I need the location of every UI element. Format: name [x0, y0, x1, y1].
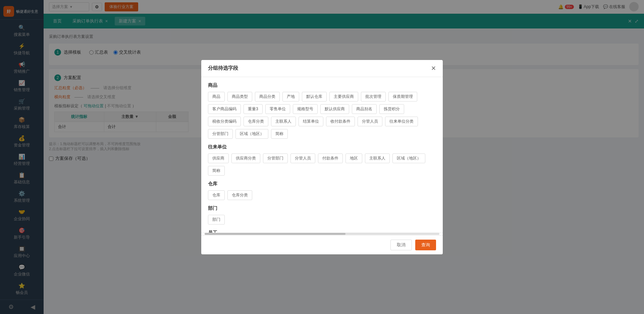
- field-select-modal: 分组待选字段 ✕ 商品 商品 商品类型 商品分类 产地 默认仓库 主要供应商 批…: [201, 60, 443, 254]
- field-group-product: 商品 商品 商品类型 商品分类 产地 默认仓库 主要供应商 批次管理 保质期管理…: [208, 82, 436, 139]
- field-tag[interactable]: 规格型号: [293, 104, 318, 114]
- field-tag[interactable]: 供应商分类: [231, 153, 260, 163]
- field-group-partner-title: 往来单位: [208, 144, 436, 150]
- field-tag[interactable]: 简称: [208, 166, 225, 176]
- cancel-button[interactable]: 取消: [390, 240, 412, 250]
- field-tag[interactable]: 默认仓库: [302, 92, 327, 102]
- field-tag[interactable]: 供应商: [208, 153, 229, 163]
- field-tag[interactable]: 批次管理: [361, 92, 386, 102]
- field-tag[interactable]: 保质期管理: [388, 92, 417, 102]
- product-fields: 商品 商品类型 商品分类 产地 默认仓库 主要供应商 批次管理 保质期管理 客户…: [208, 92, 436, 139]
- field-tag[interactable]: 分管部门: [208, 129, 233, 139]
- field-tag[interactable]: 仓库: [208, 190, 225, 200]
- field-tag[interactable]: 部门: [208, 215, 225, 225]
- hscroll-bar[interactable]: [205, 233, 439, 235]
- field-group-partner: 往来单位 供应商 供应商分类 分管部门 分管人员 付款条件 地区 主联系人 区域…: [208, 144, 436, 176]
- modal-footer: 取消 查询: [201, 235, 443, 254]
- field-tag[interactable]: 简称: [271, 129, 288, 139]
- field-group-product-title: 商品: [208, 82, 436, 88]
- field-tag[interactable]: 默认供应商: [320, 104, 349, 114]
- field-tag[interactable]: 主联系人: [365, 153, 390, 163]
- field-tag[interactable]: 税收分类编码: [208, 117, 241, 126]
- field-tag[interactable]: 付款条件: [318, 153, 343, 163]
- field-tag[interactable]: 区域（地区）: [392, 153, 425, 163]
- field-tag[interactable]: 重量3: [244, 104, 263, 114]
- field-tag[interactable]: 主要供应商: [329, 92, 358, 102]
- field-tag[interactable]: 零售单位: [265, 104, 290, 114]
- modal-hscroll: [201, 233, 443, 235]
- field-tag[interactable]: 分管人员: [358, 117, 382, 126]
- field-tag[interactable]: 区域（地区）: [235, 129, 268, 139]
- field-tag[interactable]: 分管部门: [263, 153, 288, 163]
- modal-body: 商品 商品 商品类型 商品分类 产地 默认仓库 主要供应商 批次管理 保质期管理…: [201, 77, 443, 233]
- field-tag[interactable]: 分管人员: [290, 153, 315, 163]
- hscroll-thumb[interactable]: [205, 233, 345, 235]
- partner-fields: 供应商 供应商分类 分管部门 分管人员 付款条件 地区 主联系人 区域（地区） …: [208, 153, 436, 176]
- field-group-department-title: 部门: [208, 205, 436, 211]
- field-tag[interactable]: 商品别名: [352, 104, 377, 114]
- modal-overlay: 分组待选字段 ✕ 商品 商品 商品类型 商品分类 产地 默认仓库 主要供应商 批…: [0, 0, 644, 314]
- warehouse-fields: 仓库 仓库分类: [208, 190, 436, 200]
- field-tag[interactable]: 往来单位分类: [385, 117, 418, 126]
- field-tag[interactable]: 产地: [282, 92, 299, 102]
- field-group-employee-title: 员工: [208, 230, 436, 233]
- field-tag[interactable]: 收付款条件: [326, 117, 355, 126]
- field-tag[interactable]: 客户商品编码: [208, 104, 241, 114]
- modal-title: 分组待选字段: [208, 65, 238, 71]
- field-group-employee: 员工 业务员: [208, 230, 436, 233]
- field-group-department: 部门 部门: [208, 205, 436, 225]
- field-tag[interactable]: 仓库分类: [227, 190, 252, 200]
- modal-header: 分组待选字段 ✕: [201, 60, 443, 77]
- modal-close-button[interactable]: ✕: [431, 65, 436, 72]
- field-tag[interactable]: 结算单位: [299, 117, 323, 126]
- field-group-warehouse-title: 仓库: [208, 181, 436, 187]
- field-tag[interactable]: 商品类型: [227, 92, 252, 102]
- field-tag[interactable]: 地区: [345, 153, 362, 163]
- field-tag[interactable]: 商品分类: [255, 92, 280, 102]
- field-group-warehouse: 仓库 仓库 仓库分类: [208, 181, 436, 200]
- confirm-button[interactable]: 查询: [415, 240, 436, 250]
- field-tag[interactable]: 商品: [208, 92, 225, 102]
- field-tag[interactable]: 主联系人: [271, 117, 296, 126]
- field-tag[interactable]: 仓库分类: [244, 117, 268, 126]
- field-tag[interactable]: 拣货积分: [379, 104, 404, 114]
- department-fields: 部门: [208, 215, 436, 225]
